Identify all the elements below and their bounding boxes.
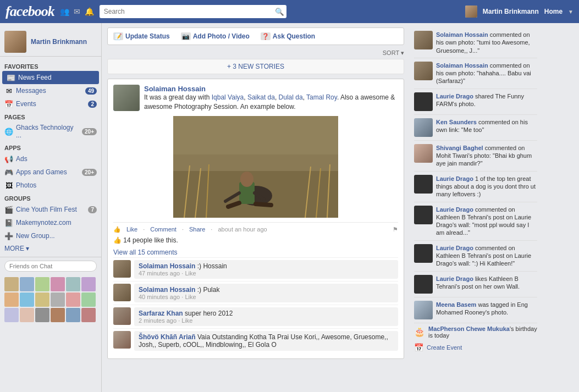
chat-avatar[interactable] [4, 308, 19, 322]
likes-count: 14 people like this. [123, 236, 178, 244]
post-like-button[interactable]: Like [126, 226, 137, 233]
sidebar-item-ghacks[interactable]: 🌐 Ghacks Technology ... 20+ [0, 122, 101, 141]
ticker-actor[interactable]: Laurie Drago [436, 275, 473, 282]
ticker-actor[interactable]: Meena Basem [436, 301, 476, 308]
sidebar-more-button[interactable]: MORE ▾ [0, 242, 101, 255]
birthday-text: MacPherson Chewe Mukuka's birthday is to… [428, 325, 537, 339]
sort-bar[interactable]: SORT ▾ [107, 48, 404, 59]
ticker-actor[interactable]: Laurie Drago [436, 175, 473, 182]
post-author-avatar[interactable] [113, 85, 140, 111]
sidebar-item-new-group[interactable]: ➕ New Group... [0, 229, 101, 242]
search-input[interactable] [100, 5, 286, 18]
chat-avatar[interactable] [35, 308, 49, 322]
svg-point-11 [240, 172, 253, 187]
comment-author[interactable]: Sarfaraz Khan [139, 310, 183, 317]
comment-meta: 47 minutes ago · Like [139, 270, 394, 277]
new-stories-bar[interactable]: + 3 NEW STORIES [107, 59, 404, 74]
chat-avatar[interactable] [20, 277, 34, 291]
commenter-avatar [113, 307, 131, 325]
post-time: about an hour ago [218, 226, 267, 233]
view-comments-button[interactable]: View all 15 comments [113, 247, 398, 257]
chat-avatar[interactable] [4, 292, 19, 307]
cine-youth-icon: 🎬 [4, 205, 13, 214]
post-author-name[interactable]: Solaiman Hossain [144, 85, 398, 93]
post-report-icon[interactable]: ⚑ [393, 226, 398, 233]
create-event-icon: 📅 [414, 343, 423, 352]
commenter-avatar [113, 331, 131, 349]
chat-avatar[interactable] [20, 308, 34, 322]
chat-avatar[interactable] [81, 308, 96, 322]
post-link-dulal[interactable]: Dulal da [279, 93, 303, 101]
post-link-iqbal[interactable]: Iqbal Vaiya [212, 93, 244, 101]
chat-avatar[interactable] [66, 308, 80, 322]
messages-nav-icon: ✉ [4, 86, 13, 95]
sidebar-item-makemynotez[interactable]: 📓 Makemynotez.com [0, 216, 101, 229]
update-status-label: Update Status [125, 32, 170, 40]
home-button[interactable]: Home [544, 8, 563, 15]
sidebar-item-label: Events [16, 100, 85, 108]
ticker-text: Laurie Drago shared The Funny FARM's pho… [436, 92, 537, 108]
comment-author[interactable]: Solaiman Hossain [139, 262, 195, 270]
notifications-icon[interactable]: 🔔 [85, 7, 94, 16]
post-link-tamal[interactable]: Tamal Roy [306, 93, 337, 101]
chat-avatar[interactable] [35, 277, 49, 291]
feed-actions-bar: 📝 Update Status 📷 Add Photo / Video ❓ As… [107, 27, 404, 45]
sidebar-item-messages[interactable]: ✉ Messages 49 [0, 84, 101, 97]
chat-avatar[interactable] [4, 277, 19, 291]
sidebar-item-label: Cine Youth Film Fest [16, 206, 85, 213]
comment-like-link[interactable]: Like [181, 317, 192, 324]
post-comment-button[interactable]: Comment [150, 226, 177, 233]
ticker-actor[interactable]: Ken Saunders [436, 119, 477, 125]
svg-rect-8 [173, 116, 338, 154]
chat-avatar[interactable] [81, 292, 96, 307]
events-nav-icon: 📅 [4, 100, 13, 108]
ticker-actor[interactable]: Shivangi Baghel [436, 145, 483, 151]
ticker-avatar [414, 244, 433, 263]
chat-avatar[interactable] [81, 277, 96, 291]
username-label[interactable]: Martin Brinkmann [483, 8, 539, 15]
home-dropdown-arrow[interactable]: ▼ [568, 9, 574, 15]
ticker-actor[interactable]: Laurie Drago [436, 93, 473, 100]
new-group-icon: ➕ [4, 231, 13, 240]
post-share-button[interactable]: Share [189, 226, 205, 233]
comment-meta: 40 minutes ago · Like [139, 294, 394, 300]
sidebar-item-apps-games[interactable]: 🎮 Apps and Games 20+ [0, 165, 101, 179]
sidebar-user[interactable]: Martin Brinkmann [0, 27, 101, 57]
sidebar-item-photos[interactable]: 🖼 Photos [0, 179, 101, 192]
chat-avatar[interactable] [51, 292, 65, 307]
friends-icon[interactable]: 👥 [60, 7, 69, 16]
comment-author[interactable]: Solaiman Hossain [139, 286, 195, 294]
chat-avatar[interactable] [66, 292, 80, 307]
birthday-person[interactable]: MacPherson Chewe Mukuka [428, 325, 510, 332]
chat-search-input[interactable] [4, 261, 97, 272]
update-status-button[interactable]: 📝 Update Status [113, 32, 170, 40]
thumbs-up-icon: 👍 [113, 236, 122, 244]
sidebar-item-events[interactable]: 📅 Events 2 [0, 97, 101, 111]
ticker-item: Laurie Drago commented on Kathleen B Teh… [414, 202, 537, 241]
comment-like-link[interactable]: Like [185, 294, 196, 300]
ticker-actor[interactable]: Solaiman Hossain [436, 62, 488, 69]
comment-item: Solaiman Hossain :) Hossain 47 minutes a… [113, 257, 398, 281]
ticker-actor[interactable]: Laurie Drago [436, 206, 473, 213]
sidebar-item-ads[interactable]: 📢 Ads [0, 152, 101, 165]
search-button[interactable]: 🔍 [275, 8, 284, 16]
sidebar-item-label: Photos [16, 181, 97, 189]
chat-avatar[interactable] [66, 277, 80, 291]
ticker-actor[interactable]: Laurie Drago [436, 245, 473, 251]
chat-avatar[interactable] [51, 277, 65, 291]
add-photo-button[interactable]: 📷 Add Photo / Video [181, 32, 250, 40]
comment-author[interactable]: Šhövö Khāñ Ariañ [139, 333, 196, 341]
sidebar-item-news-feed[interactable]: 📰 News Feed [2, 71, 99, 84]
chat-avatar[interactable] [35, 292, 49, 307]
post-link-saikat[interactable]: Saikat da [247, 93, 275, 101]
apps-section-title: APPS [0, 141, 101, 152]
ticker-actor[interactable]: Solaiman Hossain [436, 31, 488, 38]
chat-avatar[interactable] [20, 292, 34, 307]
create-event-button[interactable]: 📅 Create Event [414, 341, 537, 354]
chat-avatar[interactable] [51, 308, 65, 322]
sidebar-item-cine-youth[interactable]: 🎬 Cine Youth Film Fest 7 [0, 203, 101, 216]
ask-question-button[interactable]: ❓ Ask Question [261, 32, 315, 40]
messages-icon[interactable]: ✉ [74, 7, 80, 16]
sidebar-item-label: Makemynotez.com [16, 219, 97, 227]
comment-like-link[interactable]: Like [185, 270, 196, 277]
